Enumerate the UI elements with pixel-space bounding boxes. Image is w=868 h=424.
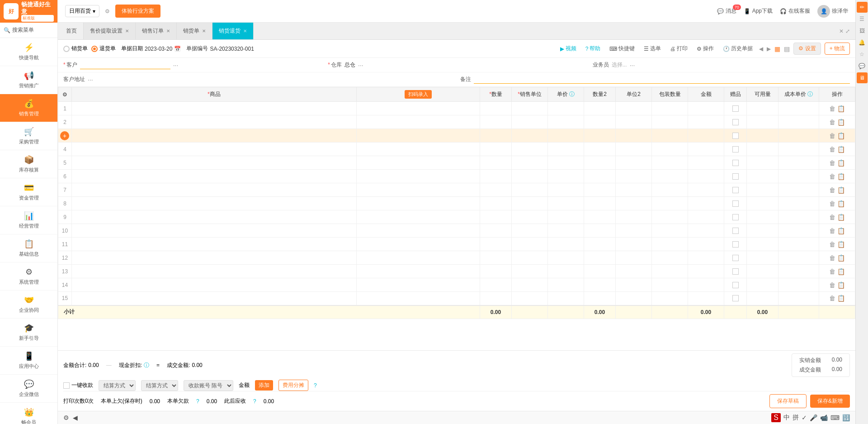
unit-cell[interactable] <box>512 251 548 265</box>
costprice-cell[interactable] <box>778 156 819 170</box>
qty-cell[interactable] <box>480 292 512 305</box>
gift-cell[interactable] <box>724 278 747 292</box>
gift-cell[interactable] <box>724 183 747 197</box>
taskbar-settings-icon[interactable]: ⚙ <box>63 414 69 421</box>
costprice-cell[interactable] <box>778 129 819 143</box>
right-panel-star[interactable]: ☆ <box>857 49 868 60</box>
avail-cell[interactable] <box>747 183 778 197</box>
scan-button[interactable]: 扫码录入 <box>405 90 432 99</box>
gift-cell[interactable] <box>724 251 747 265</box>
product-cell[interactable] <box>72 265 357 278</box>
gift-cell[interactable] <box>724 143 747 156</box>
gift-cell[interactable] <box>724 210 747 224</box>
online-support-btn[interactable]: 🎧 在线客服 <box>780 7 810 15</box>
avail-cell[interactable] <box>747 210 778 224</box>
product-cell[interactable] <box>72 292 357 305</box>
unit-cell[interactable] <box>512 197 548 210</box>
qty2-cell[interactable] <box>584 238 616 251</box>
sogou-icon[interactable]: S <box>771 413 781 422</box>
table-view-icon[interactable]: ▦ <box>774 45 780 52</box>
col-scan[interactable]: 扫码录入 <box>356 87 480 102</box>
qty2-cell[interactable] <box>584 292 616 305</box>
right-panel-screen[interactable]: 🖥 <box>857 72 868 83</box>
amount-cell[interactable] <box>688 183 724 197</box>
delete-icon[interactable]: 🗑 <box>829 132 835 139</box>
amount-cell[interactable] <box>688 170 724 183</box>
avail-cell[interactable] <box>747 238 778 251</box>
qty-cell[interactable] <box>480 156 512 170</box>
copy-icon[interactable]: 📋 <box>837 295 845 302</box>
unit-cell[interactable] <box>512 238 548 251</box>
settings-icon[interactable]: ⚙ <box>105 8 110 14</box>
gift-cell[interactable] <box>724 102 747 115</box>
salesperson-dots[interactable]: ··· <box>630 62 635 69</box>
unit2-cell[interactable] <box>616 210 652 224</box>
unit2-cell[interactable] <box>616 143 652 156</box>
delete-icon[interactable]: 🗑 <box>829 200 835 207</box>
pkgqty-cell[interactable] <box>652 278 688 292</box>
unit2-cell[interactable] <box>616 238 652 251</box>
amount-cell[interactable] <box>688 156 724 170</box>
unit2-cell[interactable] <box>616 278 652 292</box>
customer-dots[interactable]: ··· <box>173 62 179 69</box>
amount-cell[interactable] <box>688 129 724 143</box>
sidebar-item-shortcut[interactable]: ⚡ 快捷导航 <box>0 38 57 66</box>
qty-cell[interactable] <box>480 170 512 183</box>
unit2-cell[interactable] <box>616 224 652 238</box>
amount-cell[interactable] <box>688 292 724 305</box>
qty-cell[interactable] <box>480 210 512 224</box>
copy-icon[interactable]: 📋 <box>837 173 845 180</box>
tab-price-setting[interactable]: 售价提取设置 ✕ <box>84 23 136 39</box>
costprice-cell[interactable] <box>778 210 819 224</box>
gift-checkbox[interactable] <box>732 228 739 234</box>
product-cell[interactable] <box>72 210 357 224</box>
delete-icon[interactable]: 🗑 <box>829 295 835 302</box>
next-icon[interactable]: ▶ <box>767 46 771 52</box>
gift-checkbox[interactable] <box>732 255 739 261</box>
delete-icon[interactable]: 🗑 <box>829 173 835 180</box>
price-cell[interactable] <box>548 115 584 129</box>
gift-checkbox[interactable] <box>732 160 739 166</box>
tab-sales-order[interactable]: 销售订单 ✕ <box>136 23 177 39</box>
amount-cell[interactable] <box>688 197 724 210</box>
qty-cell[interactable] <box>480 102 512 115</box>
user-menu[interactable]: 👤 徐泽华 <box>817 5 848 18</box>
pkgqty-cell[interactable] <box>652 129 688 143</box>
taskbar-collapse-icon[interactable]: ◀ <box>73 414 78 421</box>
qty-cell[interactable] <box>480 183 512 197</box>
costprice-cell[interactable] <box>778 251 819 265</box>
fee-split-btn[interactable]: 费用分摊 <box>278 380 308 391</box>
copy-icon[interactable]: 📋 <box>837 159 845 167</box>
product-input[interactable] <box>74 133 354 139</box>
qty2-cell[interactable] <box>584 156 616 170</box>
right-panel-edit[interactable]: ✏ <box>857 2 868 13</box>
qty2-cell[interactable] <box>584 265 616 278</box>
avail-cell[interactable] <box>747 115 778 129</box>
right-panel-bell[interactable]: 🔔 <box>857 37 868 48</box>
delete-icon[interactable]: 🗑 <box>829 159 835 167</box>
unit2-cell[interactable] <box>616 170 652 183</box>
avail-cell[interactable] <box>747 251 778 265</box>
checkbox[interactable] <box>63 382 70 389</box>
delete-icon[interactable]: 🗑 <box>829 227 835 234</box>
gift-checkbox[interactable] <box>732 105 739 112</box>
right-panel-list[interactable]: ☰ <box>857 14 868 24</box>
video-icon[interactable]: 📹 <box>820 414 828 421</box>
price-cell[interactable] <box>548 278 584 292</box>
copy-icon[interactable]: 📋 <box>837 254 845 262</box>
sidebar-item-finance[interactable]: 💳 资金管理 <box>0 178 57 206</box>
gift-checkbox[interactable] <box>732 214 739 220</box>
qty-cell[interactable] <box>480 251 512 265</box>
costprice-cell[interactable] <box>778 143 819 156</box>
qty2-cell[interactable] <box>584 251 616 265</box>
costprice-info-icon[interactable]: ⓘ <box>807 91 813 97</box>
list-view-icon[interactable]: ▤ <box>784 45 790 52</box>
costprice-cell[interactable] <box>778 238 819 251</box>
product-cell[interactable] <box>72 115 357 129</box>
gift-cell[interactable] <box>724 238 747 251</box>
product-cell[interactable] <box>72 102 357 115</box>
delete-icon[interactable]: 🗑 <box>829 241 835 248</box>
delete-icon[interactable]: 🗑 <box>829 281 835 289</box>
fee-info-icon[interactable]: ? <box>314 382 317 389</box>
col-settings[interactable]: ⚙ <box>58 87 72 102</box>
